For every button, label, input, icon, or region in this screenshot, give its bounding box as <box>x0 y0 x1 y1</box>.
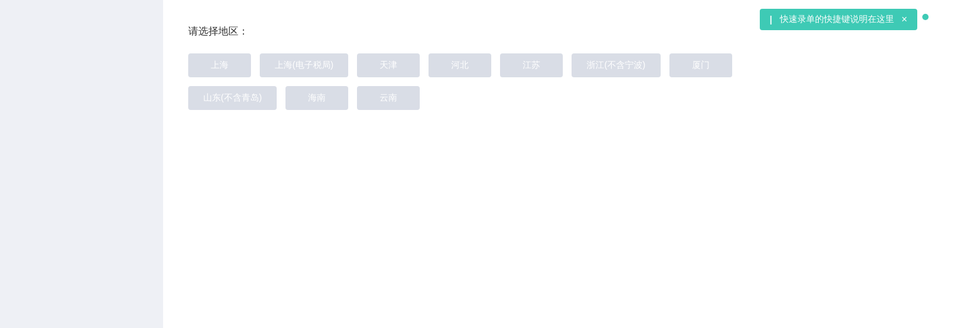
region-row-2: 山东(不含青岛) 海南 云南 <box>188 86 955 110</box>
region-btn-tianjin[interactable]: 天津 <box>357 53 420 77</box>
region-btn-hainan[interactable]: 海南 <box>285 86 348 110</box>
region-btn-shandong[interactable]: 山东(不含青岛) <box>188 86 277 110</box>
region-btn-yunnan[interactable]: 云南 <box>357 86 420 110</box>
region-buttons: 上海 上海(电子税局) 天津 河北 江苏 浙江(不含宁波) 厦门 山东(不含青岛… <box>188 53 955 110</box>
region-btn-hebei[interactable]: 河北 <box>429 53 491 77</box>
region-row-1: 上海 上海(电子税局) 天津 河北 江苏 浙江(不含宁波) 厦门 <box>188 53 955 77</box>
region-btn-shanghai-etax[interactable]: 上海(电子税局) <box>260 53 348 77</box>
region-btn-zhejiang[interactable]: 浙江(不含宁波) <box>572 53 660 77</box>
tooltip-dot <box>922 14 929 20</box>
region-btn-shanghai[interactable]: 上海 <box>188 53 251 77</box>
main-content: 请选择地区： 上海 上海(电子税局) 天津 河北 江苏 浙江(不含宁波) 厦门 … <box>163 0 980 328</box>
tooltip-close-button[interactable]: × <box>902 14 907 25</box>
region-btn-xiamen[interactable]: 厦门 <box>669 53 732 77</box>
tooltip-text: 快速录单的快捷键说明在这里 <box>780 14 894 25</box>
tooltip-banner: 快速录单的快捷键说明在这里 × <box>760 9 917 30</box>
left-sidebar <box>0 0 163 328</box>
region-btn-jiangsu[interactable]: 江苏 <box>500 53 563 77</box>
